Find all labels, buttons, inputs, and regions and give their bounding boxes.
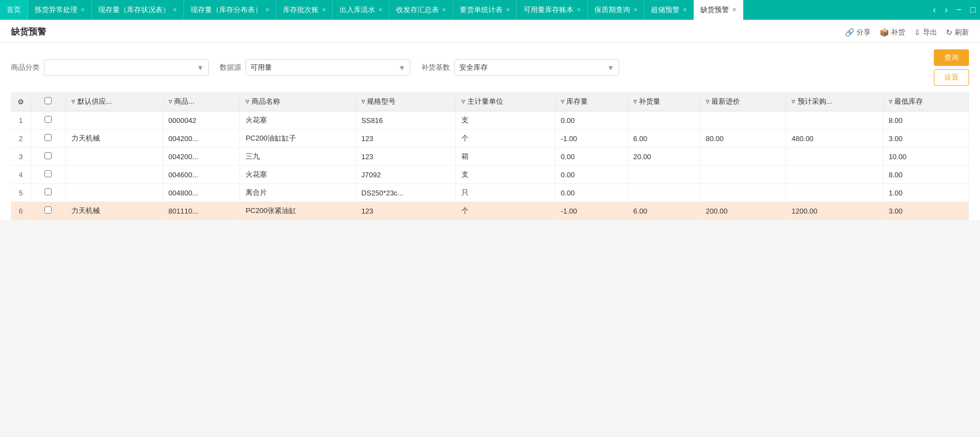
tab-inventory-dist[interactable]: 现存量（库存分布表） × bbox=[184, 0, 276, 20]
datasource-select[interactable]: 可用量 ▼ bbox=[246, 59, 410, 76]
row-checkbox-cell[interactable] bbox=[31, 184, 66, 202]
row-checkbox-cell[interactable] bbox=[31, 130, 66, 148]
tab-abnormal[interactable]: 拣货异常处理 × bbox=[28, 0, 92, 20]
row-product-code: 004800... bbox=[163, 184, 240, 202]
close-abnormal-icon[interactable]: × bbox=[81, 6, 85, 14]
row-min-stock: 8.00 bbox=[883, 111, 968, 130]
tab-available-ledger[interactable]: 可用量库存账本 × bbox=[517, 0, 588, 20]
row-spec: J7092 bbox=[355, 166, 455, 184]
close-shortage-icon[interactable]: × bbox=[732, 6, 736, 14]
row-replenish: 20.00 bbox=[627, 148, 700, 166]
row-unit: 个 bbox=[456, 130, 555, 148]
sort-icon-spec: ▿ bbox=[361, 97, 365, 105]
table-row: 1 0000042 火花塞 SS816 支 0.00 8.00 bbox=[11, 111, 969, 130]
row-latest-price bbox=[700, 184, 786, 202]
share-label: 分享 bbox=[856, 27, 871, 37]
tab-shortage[interactable]: 缺货预警 × bbox=[694, 0, 743, 20]
close-inout-flow-icon[interactable]: × bbox=[378, 6, 382, 14]
close-batch-account-icon[interactable]: × bbox=[322, 6, 326, 14]
row-checkbox[interactable] bbox=[44, 170, 52, 177]
close-overstock-icon[interactable]: × bbox=[683, 6, 687, 14]
row-checkbox[interactable] bbox=[44, 188, 52, 195]
tab-expiry-query[interactable]: 保质期查询 × bbox=[588, 0, 644, 20]
row-product-name: 火花塞 bbox=[240, 111, 356, 130]
refresh-button[interactable]: ↻ 刷新 bbox=[946, 27, 969, 37]
row-checkbox[interactable] bbox=[44, 206, 52, 214]
replenish-base-select[interactable]: 安全库存 ▼ bbox=[454, 59, 619, 76]
row-supplier bbox=[66, 111, 163, 130]
tab-shortage-label: 缺货预警 bbox=[700, 5, 729, 15]
row-replenish bbox=[627, 111, 700, 130]
tab-inout-flow[interactable]: 出入库流水 × bbox=[333, 0, 389, 20]
row-checkbox-cell[interactable] bbox=[31, 148, 66, 166]
sort-icon-unit: ▿ bbox=[461, 97, 465, 105]
col-checkbox[interactable] bbox=[31, 92, 66, 111]
replenish-button[interactable]: 📦 补货 bbox=[879, 27, 905, 37]
row-checkbox[interactable] bbox=[44, 116, 52, 123]
refresh-label: 刷新 bbox=[955, 27, 969, 37]
close-available-ledger-icon[interactable]: × bbox=[577, 6, 581, 14]
nav-next-button[interactable]: › bbox=[940, 0, 952, 20]
share-button[interactable]: 🔗 分享 bbox=[845, 27, 871, 37]
row-checkbox-cell[interactable] bbox=[31, 202, 66, 220]
row-unit: 支 bbox=[456, 111, 555, 130]
sort-icon-latest-price: ▿ bbox=[706, 97, 710, 105]
export-button[interactable]: ⇩ 导出 bbox=[914, 27, 937, 37]
close-inventory-status-icon[interactable]: × bbox=[173, 6, 177, 14]
tab-collect-summary-label: 收发存汇总表 bbox=[396, 5, 439, 15]
row-num: 1 bbox=[11, 111, 31, 130]
close-demand-stats-icon[interactable]: × bbox=[506, 6, 510, 14]
row-latest-price bbox=[700, 148, 786, 166]
category-select[interactable]: ▼ bbox=[44, 59, 209, 76]
row-replenish bbox=[627, 184, 700, 202]
select-all-checkbox[interactable] bbox=[44, 97, 52, 104]
row-product-name: 火花塞 bbox=[240, 166, 356, 184]
row-spec: 123 bbox=[355, 202, 455, 220]
nav-maximize-button[interactable]: □ bbox=[966, 0, 980, 20]
row-unit: 个 bbox=[456, 202, 555, 220]
table-container: ⚙ ▿ 默认供应... ▿ 商品... ▿ 商品名称 bbox=[0, 92, 980, 220]
tab-inventory-status[interactable]: 现存量（库存状况表） × bbox=[92, 0, 184, 20]
page-title: 缺货预警 bbox=[11, 26, 46, 38]
nav-minimize-button[interactable]: − bbox=[952, 0, 966, 20]
sort-icon-replenish: ▿ bbox=[633, 97, 637, 105]
row-checkbox-cell[interactable] bbox=[31, 111, 66, 130]
col-supplier: ▿ 默认供应... bbox=[66, 92, 163, 111]
top-nav: 首页 拣货异常处理 × 现存量（库存状况表） × 现存量（库存分布表） × 库存… bbox=[0, 0, 980, 20]
nav-prev-button[interactable]: ‹ bbox=[928, 0, 940, 20]
tab-inventory-dist-label: 现存量（库存分布表） bbox=[191, 5, 262, 15]
tab-collect-summary[interactable]: 收发存汇总表 × bbox=[389, 0, 453, 20]
row-min-stock: 10.00 bbox=[883, 148, 968, 166]
tab-demand-stats[interactable]: 要货单统计表 × bbox=[453, 0, 517, 20]
row-checkbox[interactable] bbox=[44, 152, 52, 159]
category-filter: 商品分类 ▼ bbox=[11, 59, 209, 76]
row-min-stock: 3.00 bbox=[883, 202, 968, 220]
row-latest-price bbox=[700, 166, 786, 184]
close-inventory-dist-icon[interactable]: × bbox=[265, 6, 269, 14]
replenish-base-arrow-icon: ▼ bbox=[607, 64, 614, 72]
sort-icon-product-name: ▿ bbox=[246, 97, 249, 105]
col-product-name: ▿ 商品名称 bbox=[240, 92, 356, 111]
tab-home[interactable]: 首页 bbox=[0, 0, 28, 20]
row-spec: DS250*23c... bbox=[355, 184, 455, 202]
close-expiry-query-icon[interactable]: × bbox=[633, 6, 637, 14]
settings-button[interactable]: 设置 bbox=[934, 69, 969, 86]
tab-batch-account[interactable]: 库存批次账 × bbox=[276, 0, 333, 20]
tab-overstock[interactable]: 超储预警 × bbox=[644, 0, 694, 20]
row-product-name: 三九 bbox=[240, 148, 356, 166]
query-button[interactable]: 查询 bbox=[934, 49, 969, 66]
close-collect-summary-icon[interactable]: × bbox=[442, 6, 446, 14]
row-product-code: 004200... bbox=[163, 130, 240, 148]
col-settings[interactable]: ⚙ bbox=[11, 92, 31, 111]
row-latest-price: 80.00 bbox=[700, 130, 786, 148]
sort-icon-stock: ▿ bbox=[561, 97, 565, 105]
tab-expiry-query-label: 保质期查询 bbox=[594, 5, 630, 15]
table-row: 3 004200... 三九 123 箱 0.00 20.00 10.00 bbox=[11, 148, 969, 166]
replenish-icon: 📦 bbox=[879, 28, 889, 37]
tab-home-label: 首页 bbox=[7, 5, 21, 15]
row-checkbox[interactable] bbox=[44, 134, 52, 141]
row-checkbox-cell[interactable] bbox=[31, 166, 66, 184]
row-latest-price: 200.00 bbox=[700, 202, 786, 220]
tab-overstock-label: 超储预警 bbox=[651, 5, 680, 15]
filter-row: 商品分类 ▼ 数据源 可用量 ▼ 补货基数 安全库存 ▼ 查询 设置 bbox=[0, 43, 980, 92]
